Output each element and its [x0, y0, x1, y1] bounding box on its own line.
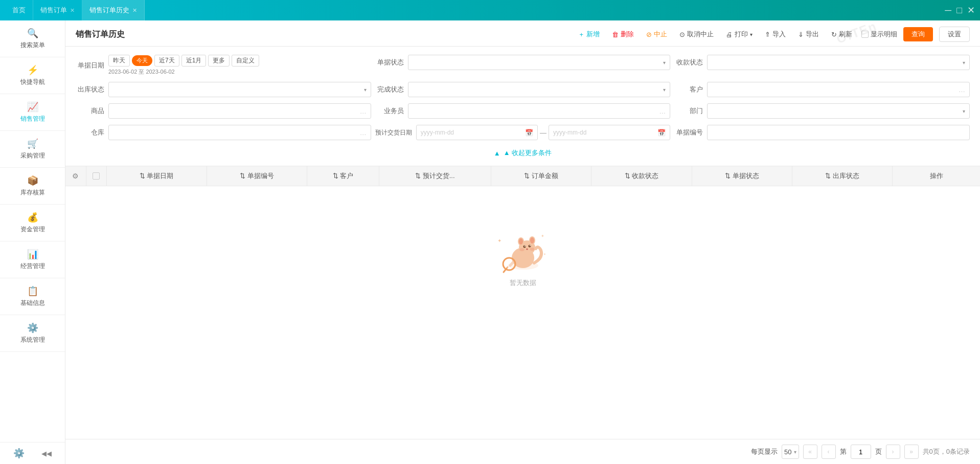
table-settings-icon[interactable]: ⚙ — [72, 172, 79, 180]
out-status-label: 出库状态 — [76, 85, 104, 94]
svg-text:✦: ✦ — [541, 234, 544, 238]
print-button[interactable]: 🖨 打印 ▾ — [723, 28, 756, 41]
display-toggle[interactable]: 显示明细 — [861, 30, 897, 39]
page-next-btn[interactable]: › — [886, 445, 900, 459]
product-input[interactable]: … — [108, 103, 371, 119]
th-order-status[interactable]: ⇅ 单据状态 — [692, 166, 792, 186]
settings-bottom-icon[interactable]: ⚙️ — [13, 448, 25, 459]
sidebar-item-finance[interactable]: 💰 资金管理 — [0, 205, 65, 241]
filter-out-status: 出库状态 ▾ — [76, 82, 371, 97]
out-status-select[interactable]: ▾ — [108, 82, 371, 97]
sidebar-item-quicknav[interactable]: ⚡ 快捷导航 — [0, 57, 65, 94]
sidebar-item-search[interactable]: 🔍 搜索菜单 — [0, 20, 65, 57]
th-settings: ⚙ — [65, 166, 86, 186]
customer-label: 客户 — [674, 85, 703, 94]
cancel-stop-button[interactable]: ⊙ 取消中止 — [676, 28, 717, 41]
salesperson-dots: … — [659, 107, 666, 115]
order-status-arrow: ▾ — [663, 60, 666, 65]
th-date[interactable]: ⇅ 单据日期 — [106, 166, 207, 186]
svg-point-6 — [530, 237, 534, 244]
customer-dots: … — [959, 86, 965, 94]
customer-input[interactable]: … — [707, 82, 970, 97]
pay-status-select[interactable]: ▾ — [707, 55, 970, 70]
th-amount[interactable]: ⇅ 订单金额 — [491, 166, 591, 186]
window-min[interactable]: ─ — [945, 5, 951, 16]
complete-status-label: 完成状态 — [375, 85, 404, 94]
delivery-date-to[interactable]: yyyy-mm-dd 📅 — [549, 125, 670, 140]
order-status-select[interactable]: ▾ — [408, 55, 671, 70]
page-first-btn[interactable]: « — [803, 445, 817, 459]
warehouse-input[interactable]: … — [108, 125, 371, 140]
complete-status-arrow: ▾ — [663, 87, 666, 93]
dept-label: 部门 — [674, 106, 703, 116]
cancel-stop-icon: ⊙ — [679, 31, 685, 38]
collapse-filter-btn[interactable]: ▲ ▲ 收起更多条件 — [76, 144, 970, 158]
sidebar-item-sales[interactable]: 📈 销售管理 — [0, 94, 65, 131]
window-close[interactable]: ✕ — [967, 5, 975, 16]
tab-sales-order-history[interactable]: 销售订单历史 ✕ — [82, 0, 145, 20]
export-button[interactable]: ⇓ 导出 — [795, 28, 822, 41]
sidebar-item-operations[interactable]: 📊 经营管理 — [0, 241, 65, 278]
operations-icon: 📊 — [27, 249, 38, 260]
sidebar-label-purchase: 采购管理 — [20, 151, 45, 160]
page-prev-btn[interactable]: ‹ — [822, 445, 836, 459]
order-no-input[interactable] — [707, 125, 970, 140]
svg-point-17 — [505, 259, 514, 269]
delivery-date-from[interactable]: yyyy-mm-dd 📅 — [416, 125, 538, 140]
import-icon: ⇑ — [765, 31, 770, 38]
filter-customer: 客户 … — [674, 82, 970, 97]
collapse-sidebar-icon[interactable]: ◀◀ — [41, 450, 52, 457]
close-tab-sales-order[interactable]: ✕ — [70, 7, 75, 14]
refresh-button[interactable]: ↻ 刷新 — [828, 28, 855, 41]
top-bar: 首页 销售订单 ✕ 销售订单历史 ✕ ─ □ ✕ — [0, 0, 980, 20]
display-checkbox[interactable] — [861, 31, 869, 38]
filter-warehouse: 仓库 … — [76, 125, 371, 140]
date-btn-more[interactable]: 更多 — [208, 55, 230, 67]
filter-date-label: 单据日期 — [76, 61, 104, 70]
settings-button[interactable]: 设置 — [939, 27, 970, 42]
stop-button[interactable]: ⊘ 中止 — [643, 28, 670, 41]
calendar-to-icon[interactable]: 📅 — [657, 129, 666, 137]
date-btn-yesterday[interactable]: 昨天 — [108, 55, 130, 67]
th-pay-status[interactable]: ⇅ 收款状态 — [591, 166, 692, 186]
query-button[interactable]: 查询 — [903, 27, 933, 41]
delete-icon: 🗑 — [612, 31, 619, 38]
tab-home[interactable]: 首页 — [5, 0, 33, 20]
sidebar: 🔍 搜索菜单 ⚡ 快捷导航 📈 销售管理 🛒 采购管理 📦 库存核算 💰 资金管… — [0, 20, 65, 464]
per-page-select[interactable]: 50 ▾ — [782, 445, 799, 459]
th-delivery[interactable]: ⇅ 预计交货... — [379, 166, 491, 186]
warehouse-label: 仓库 — [76, 128, 104, 137]
complete-status-select[interactable]: ▾ — [408, 82, 671, 97]
sidebar-item-system[interactable]: ⚙️ 系统管理 — [0, 315, 65, 352]
dept-select[interactable]: ▾ — [707, 103, 970, 119]
page-suffix: 页 — [875, 447, 882, 456]
date-btn-today[interactable]: 今天 — [132, 55, 152, 66]
sidebar-item-inventory[interactable]: 📦 库存核算 — [0, 168, 65, 205]
close-tab-sales-order-history[interactable]: ✕ — [132, 7, 137, 14]
salesperson-input[interactable]: … — [408, 103, 671, 119]
import-button[interactable]: ⇑ 导入 — [762, 28, 789, 41]
filter-delivery-date: 预计交货日期 yyyy-mm-dd 📅 — yyyy-mm-dd 📅 — [375, 125, 671, 140]
purchase-icon: 🛒 — [27, 138, 38, 149]
page-input[interactable] — [851, 445, 871, 459]
select-all-checkbox[interactable] — [93, 172, 100, 180]
toolbar: + 新增 🗑 删除 ⊘ 中止 ⊙ 取消中止 🖨 打印 — [576, 27, 970, 42]
delete-button[interactable]: 🗑 删除 — [609, 28, 637, 41]
date-btn-custom[interactable]: 自定义 — [232, 55, 259, 67]
th-customer[interactable]: ⇅ 客户 — [307, 166, 379, 186]
pagination: 每页显示 50 ▾ « ‹ 第 页 › » 共0页，0条记录 — [65, 439, 980, 464]
new-button[interactable]: + 新增 — [576, 28, 603, 41]
sidebar-item-purchase[interactable]: 🛒 采购管理 — [0, 131, 65, 168]
th-order-no[interactable]: ⇅ 单据编号 — [207, 166, 307, 186]
tab-sales-order[interactable]: 销售订单 ✕ — [33, 0, 82, 20]
sidebar-item-basic[interactable]: 📋 基础信息 — [0, 278, 65, 315]
calendar-from-icon[interactable]: 📅 — [525, 129, 533, 137]
date-btn-7days[interactable]: 近7天 — [154, 55, 179, 67]
filter-order-status: 单据状态 ▾ — [375, 55, 671, 70]
print-icon: 🖨 — [726, 31, 733, 38]
order-no-label: 单据编号 — [674, 128, 703, 137]
page-last-btn[interactable]: » — [904, 445, 919, 459]
th-out-status[interactable]: ⇅ 出库状态 — [792, 166, 892, 186]
date-btn-1month[interactable]: 近1月 — [181, 55, 207, 67]
window-max[interactable]: □ — [956, 5, 962, 16]
